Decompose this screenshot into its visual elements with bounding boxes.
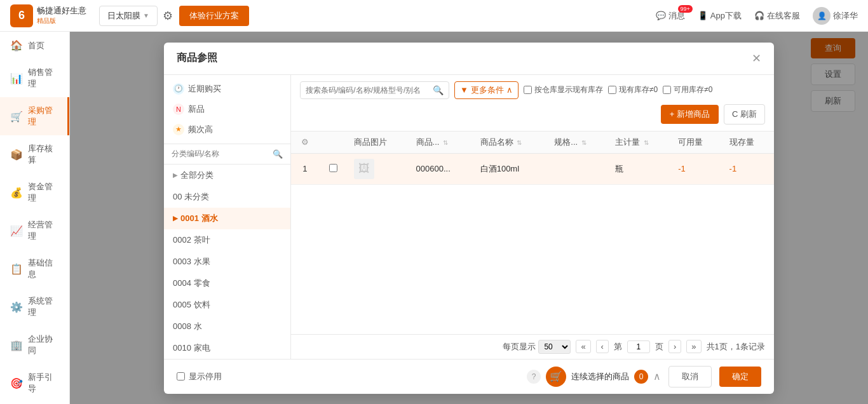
user-item[interactable]: 👤 徐泽华 <box>813 7 858 25</box>
main-layout: 🏠 首页 📊 销售管理 🛒 采购管理 📦 库存核算 💰 资金管理 📈 经营管理 … <box>0 32 868 404</box>
cat-0003-label: 0003 水果 <box>173 256 210 267</box>
filter-icon: ▼ <box>460 85 468 95</box>
cat-0001[interactable]: ▶ 0001 酒水 <box>164 208 290 229</box>
product-search-input[interactable] <box>301 83 428 98</box>
settings-icon[interactable]: ⚙ <box>163 9 173 23</box>
sidebar-item-finance[interactable]: 💰 资金管理 <box>0 173 69 212</box>
show-disabled-checkbox[interactable] <box>177 372 185 380</box>
modal-footer: 显示停用 ? 🛒 连续选择的商品 0 ∧ 取消 确定 <box>164 359 774 394</box>
filter-stock-label[interactable]: 现有库存≠0 <box>608 84 658 95</box>
page-last-btn[interactable]: » <box>686 340 701 353</box>
online-service-item[interactable]: 🎧 在线客服 <box>754 10 800 22</box>
operations-icon: 📈 <box>10 225 23 237</box>
page-size-select[interactable]: 50 100 200 <box>538 340 571 354</box>
app-download-item[interactable]: 📱 App下载 <box>698 10 742 22</box>
col-name[interactable]: 商品名称 ⇅ <box>474 131 548 154</box>
cat-0003[interactable]: 0003 水果 <box>164 251 290 273</box>
col-unit[interactable]: 主计量 ⇅ <box>609 131 672 154</box>
cart-text: 连续选择的商品 <box>571 371 629 382</box>
cat-all[interactable]: ▶ 全部分类 <box>164 165 290 186</box>
system-icon: ⚙️ <box>10 301 23 313</box>
sidebar-item-system[interactable]: ⚙️ 系统管理 <box>0 288 69 326</box>
username-label: 徐泽华 <box>833 10 858 22</box>
table-row[interactable]: 1 🖼 000600... <box>291 153 774 184</box>
filter-more-btn[interactable]: ▼ 更多条件 ∧ <box>454 81 519 99</box>
category-search-icon[interactable]: 🔍 <box>273 149 283 159</box>
store-dropdown[interactable]: 日太阳膜 ▼ <box>99 6 158 26</box>
row-available-cell: -1 <box>672 153 722 184</box>
filter-warehouse-checkbox[interactable] <box>524 86 532 94</box>
sidebar-item-sales[interactable]: 📊 销售管理 <box>0 59 69 97</box>
row-checkbox[interactable] <box>329 164 337 172</box>
filter-available-label[interactable]: 可用库存≠0 <box>663 84 712 95</box>
filter-more-label: 更多条件 <box>471 84 504 96</box>
product-search-wrap: 🔍 <box>300 81 449 99</box>
filter-bar: 🔍 ▼ 更多条件 ∧ 按仓库显示现有库存 <box>291 75 774 131</box>
cat-0005[interactable]: 0005 饮料 <box>164 294 290 316</box>
sort-name-icon: ⇅ <box>517 139 522 146</box>
col-spec[interactable]: 规格... ⇅ <box>548 131 609 154</box>
page-input[interactable] <box>627 340 650 353</box>
row-name: 白酒100ml <box>480 164 519 173</box>
cat-quick-freq[interactable]: ★ 频次高 <box>164 119 290 140</box>
cat-00[interactable]: 00 未分类 <box>164 186 290 208</box>
product-search-btn[interactable]: 🔍 <box>428 82 449 98</box>
message-item[interactable]: 💬 消息 99+ <box>656 10 685 22</box>
col-code-label: 商品... <box>416 137 440 147</box>
message-icon: 💬 <box>656 11 666 20</box>
sidebar-item-inventory[interactable]: 📦 库存核算 <box>0 135 69 173</box>
cat-0010-label: 0010 家电 <box>173 342 210 354</box>
col-available-label: 可用量 <box>678 137 703 147</box>
cat-0008[interactable]: 0008 水 <box>164 316 290 337</box>
col-code[interactable]: 商品... ⇅ <box>410 131 474 154</box>
logo-text-wrap: 畅捷通好生意 精品版 <box>37 6 86 25</box>
filter-available-text: 可用库存≠0 <box>674 84 712 95</box>
cat-00-label: 00 未分类 <box>173 191 209 203</box>
sidebar-item-purchase[interactable]: 🛒 采购管理 <box>0 97 69 135</box>
sidebar-item-basic[interactable]: 📋 基础信息 <box>0 250 69 288</box>
page-next-btn[interactable]: › <box>668 340 681 353</box>
sidebar-label-finance: 资金管理 <box>28 181 59 204</box>
confirm-btn[interactable]: 确定 <box>719 367 761 387</box>
filter-available-checkbox[interactable] <box>663 86 671 94</box>
avatar: 👤 <box>813 7 831 25</box>
store-name: 日太阳膜 <box>107 10 140 22</box>
cat-quick-new[interactable]: N 新品 <box>164 99 290 119</box>
col-stock[interactable]: 现存量 <box>723 131 774 154</box>
experience-btn[interactable]: 体验行业方案 <box>179 6 249 26</box>
new-icon: N <box>173 104 184 115</box>
refresh-btn[interactable]: C 刷新 <box>724 104 765 125</box>
modal-overlay: 商品参照 ✕ 🕐 近期购买 N <box>70 32 868 404</box>
cancel-btn[interactable]: 取消 <box>668 366 712 387</box>
modal-close-icon[interactable]: ✕ <box>752 51 761 65</box>
cart-info: ? 🛒 连续选择的商品 0 ∧ <box>527 367 661 387</box>
help-icon[interactable]: ? <box>527 370 541 384</box>
cart-icon[interactable]: 🛒 <box>546 367 566 387</box>
sidebar-item-enterprise[interactable]: 🏢 企业协同 <box>0 326 69 364</box>
cat-0001-arrow-icon: ▶ <box>173 215 178 222</box>
cat-0002[interactable]: 0002 茶叶 <box>164 229 290 251</box>
col-spec-label: 规格... <box>554 137 578 147</box>
category-search-input[interactable] <box>172 149 269 158</box>
sidebar-item-home[interactable]: 🏠 首页 <box>0 32 69 59</box>
product-reference-modal: 商品参照 ✕ 🕐 近期购买 N <box>164 43 774 394</box>
page-prev-btn[interactable]: ‹ <box>596 340 609 353</box>
cat-quick-recent[interactable]: 🕐 近期购买 <box>164 79 290 99</box>
sort-spec-icon: ⇅ <box>581 139 587 146</box>
col-image: 商品图片 <box>348 131 410 154</box>
cat-quick-new-label: 新品 <box>188 104 205 115</box>
collapse-cart-icon[interactable]: ∧ <box>653 370 661 382</box>
row-checkbox-cell[interactable] <box>319 153 348 184</box>
page-first-btn[interactable]: « <box>576 340 590 353</box>
cat-0010[interactable]: 0010 家电 <box>164 337 290 359</box>
filter-stock-checkbox[interactable] <box>608 86 616 94</box>
add-product-btn[interactable]: + 新增商品 <box>661 105 719 124</box>
sidebar-item-operations[interactable]: 📈 经营管理 <box>0 212 69 250</box>
show-disabled-label[interactable]: 显示停用 <box>177 371 222 382</box>
filter-warehouse-label[interactable]: 按仓库显示现有库存 <box>524 84 603 95</box>
col-available[interactable]: 可用量 <box>672 131 722 154</box>
sidebar-item-guide[interactable]: 🎯 新手引导 <box>0 364 69 402</box>
filter-warehouse-text: 按仓库显示现有库存 <box>534 84 603 95</box>
cat-0004[interactable]: 0004 零食 <box>164 273 290 294</box>
pagination-bar: 每页显示 50 100 200 « ‹ 第 页 <box>291 334 774 359</box>
